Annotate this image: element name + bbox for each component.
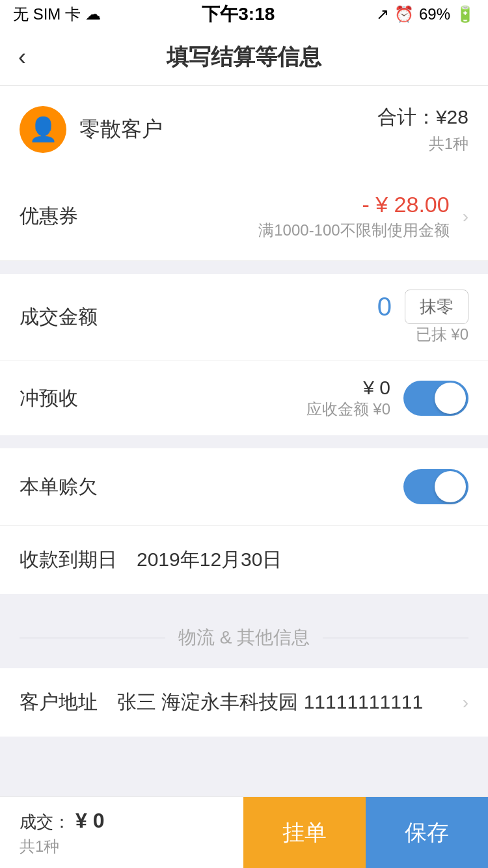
debt-toggle[interactable] bbox=[403, 469, 468, 504]
coupon-values: - ¥ 28.00 满1000-100不限制使用金额 bbox=[258, 192, 449, 241]
customer-row: 👤 零散客户 合计：¥28 共1种 bbox=[0, 86, 488, 172]
amount-value: 0 bbox=[377, 292, 392, 321]
status-left: 无 SIM 卡 ☁ bbox=[13, 4, 101, 25]
bottom-bar: 成交： ¥ 0 共1种 挂单 保存 bbox=[0, 796, 488, 868]
debt-label: 本单赊欠 bbox=[20, 474, 98, 500]
back-button[interactable]: ‹ bbox=[18, 44, 26, 71]
signal-label: 无 SIM 卡 ☁ bbox=[13, 4, 101, 25]
status-right: ↗ ⏰ 69% 🔋 bbox=[376, 5, 475, 23]
bottom-deal-row: 成交： ¥ 0 bbox=[20, 809, 224, 834]
amount-row: 成交金额 0 抹零 已抹 ¥0 bbox=[0, 274, 488, 361]
customer-left: 👤 零散客户 bbox=[20, 106, 163, 153]
debt-toggle-thumb bbox=[435, 471, 466, 502]
coupon-sub: 满1000-100不限制使用金额 bbox=[258, 220, 449, 241]
prereceive-right: ¥ 0 应收金额 ¥0 bbox=[306, 377, 468, 420]
coupon-chevron-icon: › bbox=[463, 206, 468, 227]
nav-bar: ‹ 填写结算等信息 bbox=[0, 29, 488, 86]
customer-total: 合计：¥28 bbox=[377, 104, 468, 131]
bottom-count: 共1种 bbox=[20, 836, 224, 857]
address-chevron-icon: › bbox=[463, 692, 468, 713]
logistics-label: 物流 & 其他信息 bbox=[165, 625, 323, 650]
customer-name: 零散客户 bbox=[79, 115, 163, 144]
debt-row: 本单赊欠 bbox=[0, 448, 488, 526]
status-bar: 无 SIM 卡 ☁ 下午3:18 ↗ ⏰ 69% 🔋 bbox=[0, 0, 488, 29]
customer-right: 合计：¥28 共1种 bbox=[377, 104, 468, 154]
content: 👤 零散客户 合计：¥28 共1种 优惠券 - ¥ 28.00 满1000-10… bbox=[0, 86, 488, 868]
address-value: 张三 海淀永丰科技园 11111111111 bbox=[117, 689, 463, 716]
divider-2 bbox=[0, 435, 488, 448]
round-zero-button[interactable]: 抹零 bbox=[405, 290, 468, 324]
due-date-label: 收款到期日 bbox=[20, 547, 117, 573]
amount-right: 0 抹零 bbox=[377, 290, 468, 324]
prereceive-label: 冲预收 bbox=[20, 385, 78, 412]
alarm-icon: ⏰ bbox=[394, 5, 414, 23]
bottom-amount: ¥ 0 bbox=[75, 809, 104, 833]
bottom-info: 成交： ¥ 0 共1种 bbox=[0, 797, 243, 868]
location-icon: ↗ bbox=[376, 5, 389, 23]
address-row[interactable]: 客户地址 张三 海淀永丰科技园 11111111111 › bbox=[0, 668, 488, 737]
avatar: 👤 bbox=[20, 106, 66, 153]
prereceive-row: 冲预收 ¥ 0 应收金额 ¥0 bbox=[0, 361, 488, 435]
divider-3 bbox=[0, 594, 488, 607]
due-date-row: 收款到期日 2019年12月30日 bbox=[0, 526, 488, 594]
hang-button[interactable]: 挂单 bbox=[243, 797, 366, 868]
amount-sub: 已抹 ¥0 bbox=[416, 324, 468, 345]
prereceive-value: ¥ 0 bbox=[363, 377, 390, 399]
prereceive-toggle[interactable] bbox=[403, 381, 468, 416]
amount-col: 0 抹零 已抹 ¥0 bbox=[377, 290, 468, 345]
due-date-value: 2019年12月30日 bbox=[137, 547, 282, 573]
bottom-deal-label: 成交： bbox=[20, 811, 70, 834]
avatar-icon: 👤 bbox=[29, 116, 58, 143]
battery-label: 69% bbox=[419, 5, 450, 23]
coupon-value: - ¥ 28.00 bbox=[362, 192, 449, 217]
save-button[interactable]: 保存 bbox=[366, 797, 488, 868]
toggle-thumb bbox=[435, 383, 466, 414]
customer-count: 共1种 bbox=[377, 133, 468, 154]
logistics-divider-right bbox=[323, 638, 468, 638]
status-time: 下午3:18 bbox=[202, 2, 275, 27]
coupon-row[interactable]: 优惠券 - ¥ 28.00 满1000-100不限制使用金额 › bbox=[0, 172, 488, 261]
address-label: 客户地址 bbox=[20, 689, 98, 716]
prereceive-sub: 应收金额 ¥0 bbox=[306, 399, 390, 420]
logistics-divider-left bbox=[20, 638, 165, 638]
page-title: 填写结算等信息 bbox=[167, 42, 321, 72]
logistics-section: 物流 & 其他信息 bbox=[0, 607, 488, 668]
coupon-label: 优惠券 bbox=[20, 203, 78, 230]
battery-icon: 🔋 bbox=[455, 5, 475, 23]
prereceive-val-col: ¥ 0 应收金额 ¥0 bbox=[306, 377, 390, 420]
amount-label: 成交金额 bbox=[20, 304, 98, 331]
coupon-right: - ¥ 28.00 满1000-100不限制使用金额 › bbox=[258, 192, 468, 241]
divider-1 bbox=[0, 261, 488, 274]
